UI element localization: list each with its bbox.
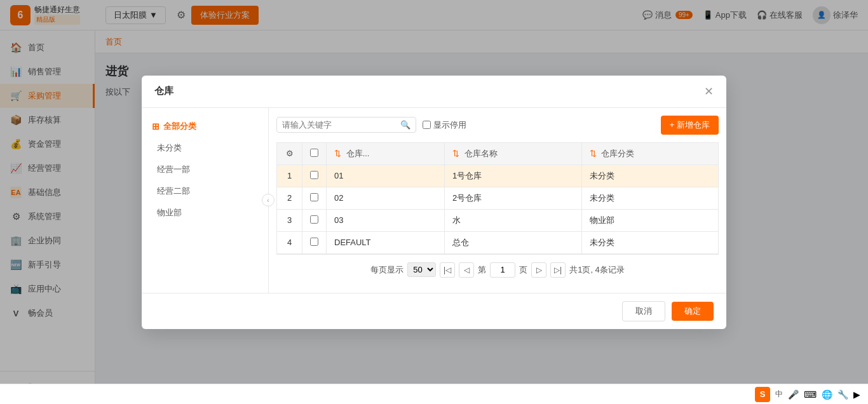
warehouse-modal: 仓库 ✕ ⊞ 全部分类 未分类 经营一部 经营二部 <box>142 76 726 329</box>
row-name-1: 1号仓库 <box>445 165 581 187</box>
sort-code-icon: ⇅ <box>334 149 341 158</box>
page-next-btn[interactable]: ▷ <box>531 262 546 278</box>
category-all[interactable]: ⊞ 全部分类 <box>142 116 268 137</box>
row-index-1: 1 <box>277 165 302 187</box>
modal-close-button[interactable]: ✕ <box>704 84 714 98</box>
grid-icon: ⊞ <box>152 121 159 131</box>
category-panel: ⊞ 全部分类 未分类 经营一部 经营二部 物业部 ‹ <box>142 108 269 293</box>
row-category-1: 未分类 <box>581 165 719 187</box>
tool-icon: 🔧 <box>837 389 848 400</box>
per-page-select[interactable]: 50 <box>407 262 436 277</box>
language-icon: 🌐 <box>822 389 832 400</box>
sort-name-icon: ⇅ <box>452 149 459 158</box>
pagination: 每页显示 50 |◁ ◁ 第 页 ▷ ▷| 共1页, 4条记录 <box>276 254 719 285</box>
row-index-2: 2 <box>277 187 302 209</box>
row-checkbox-1[interactable] <box>302 165 327 187</box>
ime-label: 中 <box>775 389 783 400</box>
row-index-3: 3 <box>277 209 302 231</box>
cancel-button[interactable]: 取消 <box>622 301 665 321</box>
col-checkbox <box>302 142 327 165</box>
table-row[interactable]: 4 DEFAULT 总仓 未分类 <box>277 231 719 253</box>
modal-overlay: 仓库 ✕ ⊞ 全部分类 未分类 经营一部 经营二部 <box>0 0 868 404</box>
table-toolbar: 🔍 显示停用 + 新增仓库 <box>276 116 719 135</box>
row-category-2: 未分类 <box>581 187 719 209</box>
table-scroll: ⚙ ⇅ 仓库... ⇅ <box>276 142 719 254</box>
play-icon: ▶ <box>853 389 860 400</box>
table-row[interactable]: 1 01 1号仓库 未分类 <box>277 165 719 187</box>
row-category-4: 未分类 <box>581 231 719 253</box>
row-code-4: DEFAULT <box>327 231 445 253</box>
table-panel: 🔍 显示停用 + 新增仓库 ⚙ <box>269 108 726 293</box>
mic-icon: 🎤 <box>788 389 799 400</box>
search-input[interactable] <box>282 120 397 130</box>
modal-title: 仓库 <box>154 85 173 97</box>
select-all-checkbox[interactable] <box>310 149 318 157</box>
col-category: ⇅ 仓库分类 <box>581 142 719 165</box>
page-last-btn[interactable]: ▷| <box>550 262 566 278</box>
table-header: ⚙ ⇅ 仓库... ⇅ <box>277 142 719 165</box>
page-label-post: 页 <box>519 264 527 276</box>
category-item-ops2[interactable]: 经营二部 <box>142 180 268 202</box>
row-name-2: 2号仓库 <box>445 187 581 209</box>
row-checkbox-3[interactable] <box>302 209 327 231</box>
confirm-button[interactable]: 确定 <box>672 302 714 321</box>
show-disabled-label[interactable]: 显示停用 <box>423 119 466 131</box>
modal-header: 仓库 ✕ <box>142 76 726 108</box>
pagination-total: 共1页, 4条记录 <box>569 264 625 276</box>
col-settings: ⚙ <box>277 142 302 165</box>
page-label-pre: 第 <box>478 264 486 276</box>
page-first-btn[interactable]: |◁ <box>440 262 455 278</box>
bottom-bar: S 中 🎤 ⌨ 🌐 🔧 ▶ <box>0 384 868 404</box>
category-collapse-btn[interactable]: ‹ <box>262 194 275 206</box>
sort-cat-icon: ⇅ <box>590 149 597 158</box>
add-warehouse-button[interactable]: + 新增仓库 <box>661 116 719 135</box>
row-code-3: 03 <box>327 209 445 231</box>
page-number-input[interactable] <box>490 262 515 278</box>
search-wrap: 🔍 <box>276 117 416 133</box>
s-brand-logo: S <box>755 387 770 402</box>
table-row[interactable]: 3 03 水 物业部 <box>277 209 719 231</box>
keyboard-icon: ⌨ <box>804 389 817 400</box>
row-code-2: 02 <box>327 187 445 209</box>
row-code-1: 01 <box>327 165 445 187</box>
row-name-4: 总仓 <box>445 231 581 253</box>
table-body: 1 01 1号仓库 未分类 2 02 2号仓库 <box>277 165 719 253</box>
row-name-3: 水 <box>445 209 581 231</box>
settings-col-icon: ⚙ <box>286 149 294 158</box>
warehouse-table: ⚙ ⇅ 仓库... ⇅ <box>276 142 719 254</box>
show-disabled-checkbox[interactable] <box>423 121 431 129</box>
category-item-property[interactable]: 物业部 <box>142 202 268 224</box>
search-icon: 🔍 <box>400 120 410 130</box>
table-row[interactable]: 2 02 2号仓库 未分类 <box>277 187 719 209</box>
modal-footer: 取消 确定 <box>142 293 726 329</box>
col-name: ⇅ 仓库名称 <box>445 142 581 165</box>
per-page-label: 每页显示 <box>370 264 403 276</box>
modal-body: ⊞ 全部分类 未分类 经营一部 经营二部 物业部 ‹ <box>142 108 726 293</box>
row-checkbox-4[interactable] <box>302 231 327 253</box>
category-item-ops1[interactable]: 经营一部 <box>142 159 268 180</box>
row-index-4: 4 <box>277 231 302 253</box>
row-checkbox-2[interactable] <box>302 187 327 209</box>
category-item-uncategorized[interactable]: 未分类 <box>142 137 268 159</box>
page-prev-btn[interactable]: ◁ <box>459 262 474 278</box>
row-category-3: 物业部 <box>581 209 719 231</box>
category-all-label: 全部分类 <box>163 121 196 132</box>
col-code: ⇅ 仓库... <box>327 142 445 165</box>
